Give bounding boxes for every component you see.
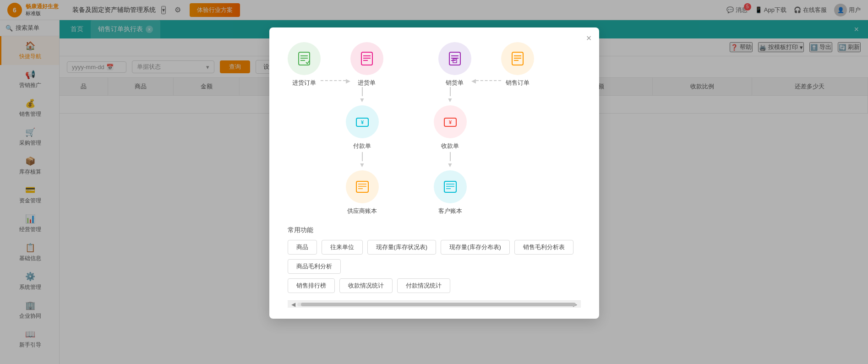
func-btn-receipt-stats[interactable]: 收款情况统计: [339, 278, 393, 293]
common-functions: 常用功能 商品 往来单位 现存量(库存状况表) 现存量(库存分布表) 销售毛利分…: [288, 226, 581, 293]
customer-account-label: 客户账本: [438, 207, 462, 215]
svg-rect-19: [356, 181, 368, 192]
modal-scroll-bar[interactable]: ◀ ▶: [288, 300, 581, 308]
scroll-track[interactable]: [297, 303, 571, 306]
func-btn-inventory-dist[interactable]: 现存量(库存分布表): [441, 240, 510, 255]
sales-bill-icon: [438, 42, 471, 75]
receipt-label: 收款单: [441, 142, 459, 150]
flow-second-row: ▼ ¥ 付款单 ▼ 供应商账本: [288, 87, 467, 215]
down-arrow-payment: ▼: [359, 96, 366, 103]
svg-rect-25: [444, 181, 456, 192]
down-arrow-receipt: ▼: [447, 96, 453, 103]
v-connector-payment: [362, 87, 363, 96]
flow-diagram: 进货订单 ▶ 进货单: [288, 42, 581, 215]
function-buttons-row1: 商品 往来单位 现存量(库存状况表) 现存量(库存分布表) 销售毛利分析表 商品…: [288, 240, 581, 274]
down-arrow-customer: ▼: [447, 161, 453, 168]
modal-close-button[interactable]: ×: [586, 33, 592, 43]
v-connector-supplier: [362, 152, 363, 161]
sales-order-label: 销售订单: [506, 79, 530, 87]
purchase-bill-col: ▼ ¥ 付款单 ▼ 供应商账本: [346, 87, 379, 215]
func-btn-sales-profit[interactable]: 销售毛利分析表: [514, 240, 573, 255]
func-btn-party[interactable]: 往来单位: [322, 240, 363, 255]
svg-text:¥: ¥: [360, 120, 364, 125]
payment-icon: ¥: [346, 105, 379, 138]
flow-item-sales-bill[interactable]: 销货单: [438, 42, 471, 87]
function-buttons-row2: 销售排行榜 收款情况统计 付款情况统计: [288, 278, 581, 293]
sales-bill-label: 销货单: [446, 79, 464, 87]
receipt-icon: ¥: [434, 105, 467, 138]
v-connector-receipt: [450, 87, 451, 96]
purchase-order-icon: [288, 42, 321, 75]
scroll-thumb: [301, 303, 576, 306]
sales-order-icon: [501, 42, 534, 75]
common-functions-title: 常用功能: [288, 226, 581, 234]
func-btn-product-profit[interactable]: 商品毛利分析: [288, 259, 341, 274]
flow-modal: × 进货订单 ▶: [269, 27, 599, 319]
flow-item-purchase-order[interactable]: 进货订单: [288, 42, 321, 87]
arrow-purchase-to-bill: ▶: [321, 78, 350, 87]
flow-top-row: 进货订单 ▶ 进货单: [288, 42, 534, 87]
down-arrow-supplier: ▼: [359, 161, 366, 168]
flow-item-sales-order[interactable]: 销售订单: [501, 42, 534, 87]
svg-text:¥: ¥: [448, 120, 452, 125]
purchase-order-label: 进货订单: [292, 79, 316, 87]
supplier-account-label: 供应商账本: [347, 207, 377, 215]
func-btn-product[interactable]: 商品: [288, 240, 317, 255]
func-btn-sales-rank[interactable]: 销售排行榜: [288, 278, 335, 293]
arrow-order-to-bill: ◀: [471, 78, 501, 87]
flow-item-payment[interactable]: ¥ 付款单: [346, 105, 379, 150]
scroll-left-arrow[interactable]: ◀: [291, 301, 295, 308]
v-connector-customer: [450, 152, 451, 161]
func-btn-inventory-status[interactable]: 现存量(库存状况表): [367, 240, 437, 255]
flow-item-receipt[interactable]: ¥ 收款单: [434, 105, 467, 150]
supplier-account-icon: [346, 170, 379, 203]
payment-label: 付款单: [353, 142, 371, 150]
purchase-bill-label: 进货单: [358, 79, 376, 87]
modal-overlay[interactable]: × 进货订单 ▶: [0, 0, 868, 364]
customer-account-icon: [434, 170, 467, 203]
flow-item-customer-account[interactable]: 客户账本: [434, 170, 467, 215]
flow-item-supplier-account[interactable]: 供应商账本: [346, 170, 379, 215]
purchase-bill-icon: [350, 42, 383, 75]
sales-bill-col: ▼ ¥ 收款单 ▼ 客户账本: [434, 87, 467, 215]
flow-item-purchase-bill[interactable]: 进货单: [350, 42, 383, 87]
func-btn-payment-stats[interactable]: 付款情况统计: [397, 278, 450, 293]
